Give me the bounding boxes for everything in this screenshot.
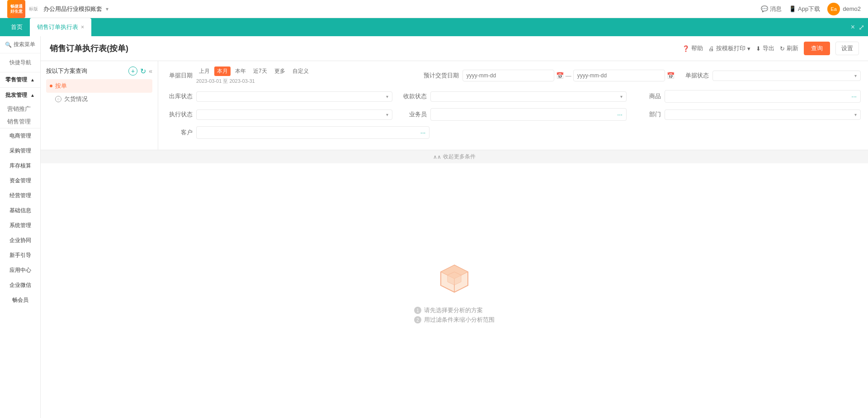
sidebar-item-operations[interactable]: 经营管理 (0, 188, 40, 203)
export-label: 导出 (763, 44, 774, 52)
goods-select[interactable]: ··· (665, 90, 861, 103)
message-button[interactable]: 💬 消息 (761, 5, 782, 13)
title-dropdown-arrow[interactable]: ▾ (106, 6, 108, 12)
sidebar-item-wechat[interactable]: 企业微信 (0, 278, 40, 293)
sidebar-item-enterprise[interactable]: 企业协同 (0, 233, 40, 248)
date-tab-7days[interactable]: 近7天 (250, 66, 270, 76)
filter-row-4: 客户 ··· (165, 126, 861, 139)
sidebar-item-member[interactable]: 畅会员 (0, 293, 40, 308)
receipt-status-label: 收款状态 (400, 92, 427, 100)
sidebar-item-retail[interactable]: 零售管理 ▲ (0, 72, 40, 87)
collapse-bar[interactable]: ∧∧ 收起更多条件 (41, 150, 868, 163)
tab-close-icon[interactable]: × (81, 24, 84, 30)
template-print-button[interactable]: 🖨 按模板打印 ▾ (708, 44, 750, 52)
settings-button[interactable]: 设置 (835, 42, 859, 55)
customer-field: 客户 ··· (165, 126, 429, 139)
tab-expand-icon[interactable]: ⤢ (859, 23, 864, 32)
delivery-date-start-input[interactable] (462, 70, 554, 81)
filter-sidebar-icons: + ↻ « (128, 66, 152, 76)
filter-scheme-byorder-label: 按单 (55, 82, 67, 90)
salesperson-select[interactable]: ··· (430, 108, 627, 121)
goods-ellipsis-icon[interactable]: ··· (851, 93, 857, 100)
sidebar-system-label: 系统管理 (9, 222, 31, 229)
sidebar-item-newbie[interactable]: 新手引导 (0, 248, 40, 263)
filter-row-2: 出库状态 ▾ 收款状态 ▾ (165, 90, 861, 103)
date-tab-thismonth[interactable]: 本月 (214, 66, 231, 76)
tip-1-text: 请先选择要分析的方案 (424, 306, 483, 314)
sidebar-newbie-label: 新手引导 (9, 252, 31, 259)
sidebar-item-appcenter[interactable]: 应用中心 (0, 263, 40, 278)
app-subtitle: 标版 (29, 6, 38, 12)
sidebar-search-section: 🔍 搜索菜单 (0, 36, 40, 53)
refresh-button[interactable]: ↻ 刷新 (780, 44, 798, 52)
tab-sales-order-label: 销售订单执行表 (37, 23, 78, 31)
empty-tips: 1 请先选择要分析的方案 2 用过滤条件来缩小分析范围 (414, 305, 495, 325)
delivery-date-end-input[interactable] (573, 70, 665, 81)
tab-close-all-icon[interactable]: × (851, 23, 855, 32)
date-tab-more[interactable]: 更多 (272, 66, 288, 76)
filter-scheme-byorder[interactable]: 按单 (46, 79, 152, 93)
tab-sales-order[interactable]: 销售订单执行表 × (30, 18, 91, 36)
department-select[interactable]: ▾ (665, 109, 861, 120)
out-status-select[interactable]: ▾ (196, 91, 392, 102)
tip-2-num: 2 (414, 316, 421, 323)
sidebar-marketing-label: 营销推广 (7, 105, 31, 113)
query-button[interactable]: 查询 (804, 42, 830, 55)
receipt-status-select[interactable]: ▾ (430, 91, 627, 102)
sidebar-item-sales[interactable]: 销售管理 (0, 115, 40, 128)
sidebar-item-wholesale[interactable]: 批发管理 ▲ (0, 88, 40, 103)
refresh-icon: ↻ (780, 45, 785, 52)
receipt-status-field: 收款状态 ▾ (400, 91, 627, 102)
customer-select[interactable]: ··· (196, 126, 429, 139)
app-download-label: App下载 (798, 5, 820, 13)
customer-ellipsis-icon[interactable]: ··· (420, 129, 426, 136)
delivery-date-start-cal-icon[interactable]: 📅 (556, 72, 564, 79)
sidebar-quicknav-section: 快捷导航 (0, 53, 40, 72)
search-menu-label: 搜索菜单 (14, 41, 35, 48)
search-icon: 🔍 (5, 42, 12, 48)
sidebar-item-purchase[interactable]: 采购管理 (0, 143, 40, 158)
date-tabs: 上月 本月 本年 近7天 更多 自定义 (196, 66, 416, 76)
date-tab-custom[interactable]: 自定义 (290, 66, 311, 76)
sidebar-item-ecommerce[interactable]: 电商管理 (0, 128, 40, 143)
filter-add-button[interactable]: + (128, 66, 137, 76)
salesperson-ellipsis-icon[interactable]: ··· (617, 111, 623, 118)
collapse-up-icon: ∧∧ (433, 154, 441, 160)
sidebar-enterprise-label: 企业协同 (9, 237, 31, 244)
sidebar-item-finance[interactable]: 资金管理 (0, 173, 40, 188)
date-range-display: 2023-03-01 至 2023-03-31 (196, 78, 255, 85)
tab-home-label: 首页 (11, 23, 23, 31)
active-dot-icon (50, 85, 52, 87)
filter-form: 单据日期 上月 本月 本年 近7天 更多 自定义 (158, 61, 868, 150)
filter-scheme-arrears[interactable]: ○ 欠货情况 (46, 93, 152, 105)
sidebar-retail-label: 零售管理 (5, 76, 27, 84)
help-button[interactable]: ❓ 帮助 (682, 44, 703, 52)
template-print-icon: 🖨 (708, 45, 714, 52)
sidebar-item-marketing[interactable]: 营销推广 (0, 103, 40, 115)
date-tab-lastmonth[interactable]: 上月 (196, 66, 212, 76)
help-icon: ❓ (682, 45, 689, 52)
doc-status-select[interactable]: ▾ (712, 71, 861, 81)
date-tab-thisyear[interactable]: 本年 (232, 66, 249, 76)
user-profile[interactable]: Ea demo2 (827, 3, 861, 15)
sidebar-quicknav-label[interactable]: 快捷导航 (0, 57, 40, 68)
doc-status-caret-icon: ▾ (854, 73, 857, 78)
sidebar-inventory-label: 库存核算 (9, 162, 31, 170)
tab-bar-end: × ⤢ (851, 23, 864, 32)
empty-tip-2: 2 用过滤条件来缩小分析范围 (414, 316, 495, 324)
delivery-date-end-cal-icon[interactable]: 📅 (667, 72, 675, 79)
sidebar-item-basic[interactable]: 基础信息 (0, 203, 40, 218)
sidebar-item-system[interactable]: 系统管理 (0, 218, 40, 233)
export-button[interactable]: ⬇ 导出 (756, 44, 774, 52)
exec-status-select[interactable]: ▾ (196, 109, 392, 120)
filter-collapse-icon[interactable]: « (149, 67, 152, 75)
search-menu-button[interactable]: 🔍 搜索菜单 (4, 41, 37, 48)
page-header: 销售订单执行表(按单) ❓ 帮助 🖨 按模板打印 ▾ ⬇ 导出 ↻ 刷新 (41, 36, 868, 61)
filter-refresh-icon[interactable]: ↻ (140, 67, 146, 76)
sidebar-item-inventory[interactable]: 库存核算 (0, 158, 40, 173)
date-field: 单据日期 上月 本月 本年 近7天 更多 自定义 (165, 66, 416, 85)
collapse-label: 收起更多条件 (443, 153, 476, 161)
tab-home[interactable]: 首页 (4, 18, 30, 36)
app-download-button[interactable]: 📱 App下载 (789, 5, 820, 13)
empty-svg-icon (432, 256, 477, 301)
